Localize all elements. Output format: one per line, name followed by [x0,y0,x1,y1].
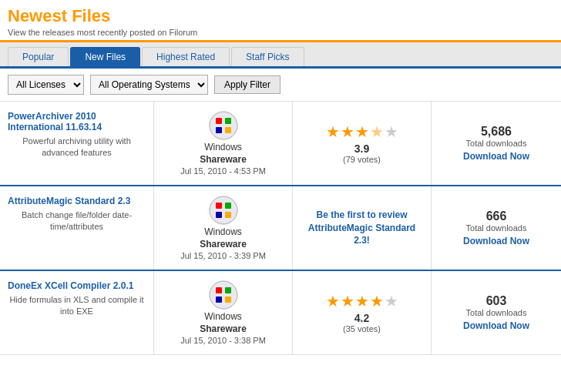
svg-rect-1 [216,118,222,124]
tab-popular[interactable]: Popular [8,47,69,66]
file-info-3: DoneEx XCell Compiler 2.0.1 Hide formula… [0,271,154,354]
os-filter[interactable]: All Operating Systems [90,75,208,95]
dl-count-2: 666 [486,209,507,223]
file-desc-3: Hide formulas in XLS and compile it into… [8,294,146,318]
stars-3: ★ ★ ★ ★ ★ [326,292,398,310]
dl-count-1: 5,686 [481,125,512,139]
file-downloads-1: 5,686 Total downloads Download Now [432,102,561,185]
file-name-1[interactable]: PowerArchiver 2010 International 11.63.1… [8,111,146,132]
file-os-2: Windows Shareware Jul 15, 2010 - 3:39 PM [154,186,293,270]
download-link-1[interactable]: Download Now [463,151,529,162]
tabs-bar: Popular New Files Highest Rated Staff Pi… [0,42,561,69]
download-link-3[interactable]: Download Now [463,320,529,331]
os-date-3: Jul 15, 2010 - 3:38 PM [180,336,266,345]
rating-num-3: 4.2 [354,312,369,324]
star-3-5: ★ [385,292,398,310]
svg-rect-6 [216,203,222,209]
star-3-3: ★ [355,292,369,310]
table-row: DoneEx XCell Compiler 2.0.1 Hide formula… [0,271,561,355]
rating-votes-1: (79 votes) [343,155,381,164]
svg-rect-2 [225,118,231,124]
svg-rect-7 [225,203,231,209]
star-1-5: ★ [385,122,398,141]
tab-staff-picks[interactable]: Staff Picks [231,47,304,66]
file-info-1: PowerArchiver 2010 International 11.63.1… [0,102,154,185]
svg-rect-11 [216,287,222,293]
os-type-3: Shareware [200,323,247,334]
rating-votes-3: (35 votes) [343,324,381,333]
file-rating-1: ★ ★ ★ ★ ★ 3.9 (79 votes) [293,102,432,185]
os-name-3: Windows [204,311,242,322]
os-type-2: Shareware [200,239,247,250]
windows-icon-2 [209,196,238,225]
star-1-3: ★ [355,122,369,141]
tab-highest-rated[interactable]: Highest Rated [142,47,230,66]
svg-point-10 [210,281,237,309]
file-info-2: AttributeMagic Standard 2.3 Batch change… [0,186,154,270]
file-rating-3: ★ ★ ★ ★ ★ 4.2 (35 votes) [293,271,432,354]
svg-rect-9 [225,212,231,218]
page-title: Newest Files [8,6,553,26]
star-1-1: ★ [326,122,340,141]
svg-rect-14 [225,297,231,303]
tab-new-files[interactable]: New Files [70,47,140,66]
stars-1: ★ ★ ★ ★ ★ [326,122,398,141]
file-downloads-3: 603 Total downloads Download Now [432,271,561,354]
table-row: PowerArchiver 2010 International 11.63.1… [0,102,561,186]
svg-point-5 [210,196,237,224]
os-name-2: Windows [204,226,242,237]
file-downloads-2: 666 Total downloads Download Now [432,186,561,270]
download-link-2[interactable]: Download Now [463,236,529,246]
star-3-4: ★ [370,292,384,310]
star-1-4: ★ [370,122,384,141]
svg-rect-8 [216,212,222,218]
svg-rect-13 [216,297,222,303]
windows-icon-1 [209,111,238,140]
os-date-2: Jul 15, 2010 - 3:39 PM [180,251,266,260]
windows-icon-3 [209,280,238,310]
dl-label-3: Total downloads [466,308,527,317]
page-header: Newest Files View the releases most rece… [0,0,561,42]
dl-count-3: 603 [486,294,507,308]
star-3-2: ★ [341,292,354,310]
table-row: AttributeMagic Standard 2.3 Batch change… [0,186,561,271]
dl-label-2: Total downloads [466,223,527,233]
svg-point-0 [210,112,237,139]
license-filter[interactable]: All Licenses [8,75,84,95]
file-os-3: Windows Shareware Jul 15, 2010 - 3:38 PM [154,271,293,354]
files-list: PowerArchiver 2010 International 11.63.1… [0,102,561,355]
file-desc-2: Batch change file/folder date-time/attri… [8,209,146,233]
os-name-1: Windows [204,142,242,152]
star-1-2: ★ [341,122,354,141]
file-os-1: Windows Shareware Jul 15, 2010 - 4:53 PM [154,102,293,185]
be-first-review-link[interactable]: Be the first to review AttributeMagic St… [301,209,423,247]
star-3-1: ★ [326,292,340,310]
apply-filter-button[interactable]: Apply Filter [214,75,280,94]
rating-num-1: 3.9 [354,142,369,155]
filter-bar: All Licenses All Operating Systems Apply… [0,69,561,102]
file-name-3[interactable]: DoneEx XCell Compiler 2.0.1 [8,280,146,291]
file-desc-1: Powerful archiving utility with advanced… [8,136,146,159]
svg-rect-12 [225,287,231,293]
dl-label-1: Total downloads [466,139,527,148]
file-rating-2: Be the first to review AttributeMagic St… [293,186,432,270]
page-subtitle: View the releases most recently posted o… [8,28,553,37]
file-name-2[interactable]: AttributeMagic Standard 2.3 [8,196,146,206]
os-date-1: Jul 15, 2010 - 4:53 PM [180,166,266,176]
svg-rect-3 [216,127,222,133]
os-type-1: Shareware [200,154,247,165]
svg-rect-4 [225,127,231,133]
